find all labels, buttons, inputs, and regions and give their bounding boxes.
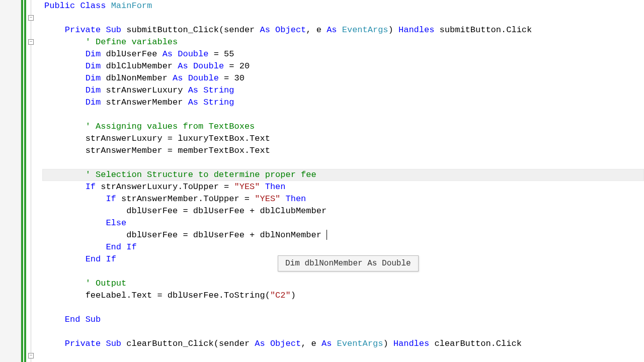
code-token (198, 85, 203, 95)
code-line[interactable]: Public Class MainForm (42, 0, 644, 12)
code-token: strAnswerMember.ToUpper = (116, 194, 255, 204)
code-token: Handles (398, 25, 434, 35)
code-line[interactable]: ' Output (42, 278, 644, 290)
code-token (280, 194, 285, 204)
code-token (270, 25, 275, 35)
code-token: If (106, 254, 116, 264)
code-line[interactable]: Dim dblNonMember As Double = 30 (42, 72, 644, 84)
code-token: Public (44, 1, 75, 11)
code-token: Handles (393, 339, 429, 348)
code-token: ' Define variables (86, 37, 178, 47)
code-token: feeLabel.Text = dblUserFee.ToString( (86, 291, 270, 300)
code-token: As (163, 49, 173, 59)
code-token (101, 25, 106, 35)
code-token: End (106, 242, 121, 252)
code-line[interactable]: strAnswerMember = memberTextBox.Text (42, 145, 644, 157)
code-line[interactable]: strAnswerLuxury = luxuryTextBox.Text (42, 133, 644, 145)
code-line[interactable] (42, 302, 644, 314)
code-token: MainForm (111, 1, 152, 11)
code-token: dblUserFee = dblUserFee + dblClubMember (126, 206, 327, 216)
code-token: Dim (86, 49, 101, 59)
change-marker (21, 0, 23, 362)
code-line[interactable] (42, 326, 644, 338)
code-token: Else (106, 218, 126, 228)
intellisense-tooltip: Dim dblNonMember As Double (278, 255, 419, 272)
text-cursor (327, 230, 327, 240)
code-token: , e (301, 339, 321, 348)
code-token (265, 339, 270, 348)
code-token: EventArgs (342, 25, 388, 35)
fold-toggle-icon[interactable] (28, 15, 34, 21)
code-token: Dim (86, 61, 101, 71)
code-line[interactable]: If strAnswerMember.ToUpper = "YES" Then (42, 193, 644, 205)
code-line[interactable]: Dim strAnswerLuxury As String (42, 84, 644, 97)
code-line[interactable]: Dim dblUserFee As Double = 55 (42, 48, 644, 60)
code-line[interactable] (42, 157, 644, 169)
code-token: = 20 (224, 61, 250, 71)
code-line[interactable]: dblUserFee = dblUserFee + dblNonMember (42, 229, 644, 241)
code-token: If (106, 194, 116, 204)
code-token: Double (193, 61, 224, 71)
code-token: strAnswerMember = memberTextBox.Text (86, 146, 270, 155)
code-token (198, 98, 203, 107)
code-line[interactable]: ' Define variables (42, 36, 644, 48)
code-token: As (188, 98, 198, 107)
code-token: "YES" (255, 194, 280, 204)
code-token: Object (275, 25, 306, 35)
code-token: Private (65, 339, 101, 348)
code-line[interactable]: Dim strAnswerMember As String (42, 97, 644, 109)
code-token: Class (80, 1, 106, 11)
code-token: As (260, 25, 270, 35)
fold-toggle-icon[interactable] (28, 39, 34, 45)
code-token: Sub (106, 339, 121, 348)
code-line[interactable]: Else (42, 217, 644, 229)
code-line[interactable]: feeLabel.Text = dblUserFee.ToString("C2"… (42, 290, 644, 302)
code-token: dblNonMember (101, 73, 173, 83)
editor-outline (21, 0, 42, 362)
code-line[interactable] (42, 12, 644, 24)
code-line[interactable]: ' Assigning values from TextBoxes (42, 121, 644, 133)
code-line[interactable]: Private Sub submitButton_Click(sender As… (42, 24, 644, 36)
code-token: strAnswerLuxury.ToUpper = (96, 182, 234, 192)
code-token: As (321, 339, 332, 348)
code-token: "YES" (234, 182, 260, 192)
code-token: Dim (86, 73, 101, 83)
code-token: Private (65, 25, 101, 35)
code-token: Dim (86, 98, 101, 107)
code-token: dblUserFee (101, 49, 162, 59)
code-token: submitButton.Click (434, 25, 532, 35)
code-token (173, 49, 178, 59)
code-line[interactable]: End Sub (42, 314, 644, 326)
outline-vertical (31, 0, 31, 362)
code-token: = 30 (219, 73, 245, 83)
code-line[interactable]: ' Selection Structure to determine prope… (42, 169, 644, 181)
code-token: "C2" (270, 291, 291, 300)
code-line[interactable]: If strAnswerLuxury.ToUpper = "YES" Then (42, 181, 644, 193)
code-token: ' Selection Structure to determine prope… (86, 170, 316, 179)
code-token: dblClubMember (101, 61, 178, 71)
code-token: ' Assigning values from TextBoxes (86, 122, 255, 131)
code-token (101, 339, 106, 348)
code-line[interactable] (42, 109, 644, 121)
code-token: As (178, 61, 188, 71)
fold-toggle-icon[interactable] (28, 353, 34, 358)
code-token: submitButton_Click(sender (121, 25, 260, 35)
code-token (260, 182, 265, 192)
code-token (80, 315, 85, 324)
code-token: Then (286, 194, 306, 204)
code-line[interactable]: dblUserFee = dblUserFee + dblClubMember (42, 205, 644, 217)
code-token: If (126, 242, 136, 252)
code-token: clearButton.Click (429, 339, 522, 348)
code-token (183, 73, 188, 83)
code-line[interactable]: Private Sub clearButton_Click(sender As … (42, 338, 644, 350)
code-token: Dim (86, 85, 101, 95)
code-token: String (203, 85, 234, 95)
code-token: As (188, 85, 198, 95)
code-token: ) (388, 25, 398, 35)
code-line[interactable]: End If (42, 241, 644, 253)
code-token: , e (306, 25, 327, 35)
code-line[interactable]: Dim dblClubMember As Double = 20 (42, 60, 644, 72)
code-token (75, 1, 80, 11)
code-token: dblUserFee = dblUserFee + dblNonMember (126, 230, 327, 240)
code-area[interactable]: Public Class MainForm Private Sub submit… (42, 0, 644, 362)
